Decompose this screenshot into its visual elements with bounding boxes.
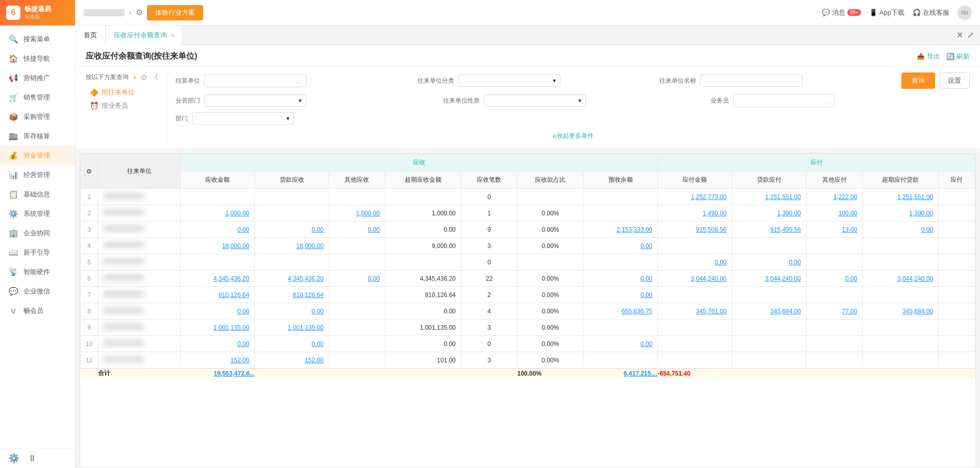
filter-section-4: 分管部门 ▾: [176, 94, 435, 107]
collapse-more-btn[interactable]: ∧ 收起更多条件: [176, 130, 970, 142]
online-service-btn[interactable]: 🎧 在线客服: [913, 8, 949, 17]
filter-option-by-staff[interactable]: ⏰ 按业务员: [86, 99, 159, 112]
sidebar-item-sales[interactable]: 🛒 销售管理: [0, 88, 75, 107]
sidebar-item-enterprise[interactable]: 🏢 企业协同: [0, 224, 75, 243]
user-avatar[interactable]: Rit: [958, 6, 972, 20]
filter-select-dept[interactable]: ▾: [204, 94, 306, 107]
filter-by-staff-icon: ⏰: [90, 102, 99, 110]
sidebar-label-finance: 资金管理: [23, 151, 50, 160]
filter-section-6: 业务员 ...: [710, 94, 970, 107]
partner-name: [98, 287, 180, 303]
refresh-btn[interactable]: 🔄 刷新: [946, 52, 970, 61]
sidebar-label-sales: 销售管理: [23, 93, 50, 102]
filter-label-category: 往来单位分类: [418, 77, 454, 85]
filter-input-salesperson[interactable]: ...: [733, 94, 835, 107]
table-row: 7810,126.64810,126.64810,126.6420.00%0.0…: [81, 287, 975, 303]
main-content: 应收应付余额查询(按往来单位) 📤 导出 🔄 刷新 按以下方案查询 + ⊙ 《: [76, 45, 980, 468]
tab-balance-query[interactable]: 应收应付余额查询 ×: [106, 26, 183, 45]
content-header: 应收应付余额查询(按往来单位) 📤 导出 🔄 刷新: [76, 45, 980, 66]
app-download-btn[interactable]: 📱 App下载: [869, 8, 904, 17]
partner-name: [98, 238, 180, 254]
window-close-btn[interactable]: ✕: [957, 30, 963, 40]
left-filter-panel: 按以下方案查询 + ⊙ 《 🔶 按往来单位 ⏰ 按业务员: [86, 72, 167, 142]
message-btn[interactable]: 💬 消息 99+: [822, 8, 861, 17]
settings-btn[interactable]: 设置: [939, 72, 970, 89]
wechat-icon: 💬: [8, 287, 18, 296]
sidebar-item-quick[interactable]: 🏠 快捷导航: [0, 49, 75, 68]
footer-ar-amount[interactable]: 19,553,472,6...: [180, 368, 255, 378]
app-logo: 6 畅捷通易 标准版: [0, 0, 75, 26]
sidebar-item-operations[interactable]: 📊 经营管理: [0, 165, 75, 185]
partner-name: [98, 270, 180, 287]
row-number: 8: [81, 303, 98, 319]
window-expand-btn[interactable]: ⤢: [967, 30, 974, 40]
query-btn[interactable]: 查询: [901, 72, 935, 89]
footer-ap-tail: [938, 368, 975, 378]
filter-label-dept2: 部门: [176, 114, 188, 123]
row-number: 7: [81, 287, 98, 303]
sidebar-item-hardware[interactable]: 📡 智能硬件: [0, 262, 75, 282]
sidebar-item-finance[interactable]: 💰 资金管理: [0, 146, 75, 165]
sidebar-item-search[interactable]: 🔍 搜索菜单: [0, 30, 75, 49]
row-number: 4: [81, 238, 98, 254]
sidebar-item-system[interactable]: ⚙️ 系统管理: [0, 204, 75, 224]
sidebar-collapse-icon[interactable]: ⏸: [28, 453, 37, 464]
sidebar-label-inventory: 库存核算: [23, 132, 50, 141]
sidebar-item-purchase[interactable]: 📦 采购管理: [0, 107, 75, 127]
table-col-settings[interactable]: ⚙: [81, 154, 98, 189]
filter-by-unit-icon: 🔶: [90, 88, 99, 96]
sidebar-label-system: 系统管理: [23, 209, 50, 218]
action-btns: 查询 设置: [901, 72, 970, 89]
message-badge: 99+: [847, 9, 861, 16]
footer-ap-loan: [732, 368, 806, 378]
row-number: 1: [81, 189, 98, 205]
partner-name: [98, 319, 180, 336]
filter-collapse-icon[interactable]: 《: [151, 72, 158, 82]
sidebar-item-marketing[interactable]: 📢 营销推广: [0, 68, 75, 88]
filter-section-1: 结算单位 ...: [176, 74, 409, 87]
filter-select-dept2[interactable]: ▾: [192, 112, 294, 125]
table-col-ap-loan: 贷款应付: [732, 171, 806, 189]
refresh-label: 刷新: [957, 52, 970, 61]
table-row: 100.000.000.0000.00%0.00: [81, 336, 975, 352]
sidebar-label-operations: 经营管理: [23, 170, 50, 180]
sidebar: 6 畅捷通易 标准版 🔍 搜索菜单 🏠 快捷导航 📢 营销推广 🛒 销售管理 📦…: [0, 0, 76, 468]
table-col-partner: 往来单位: [98, 154, 180, 189]
table-col-ar-ratio: 应收款占比: [518, 171, 583, 189]
footer-label: 合计: [98, 368, 180, 378]
table-col-ar-other: 其他应收: [329, 171, 385, 189]
sidebar-menu: 🔍 搜索菜单 🏠 快捷导航 📢 营销推广 🛒 销售管理 📦 采购管理 🏬 库存核…: [0, 26, 75, 448]
sales-icon: 🛒: [8, 93, 18, 102]
filter-settings-icon[interactable]: ⊙: [141, 73, 147, 81]
sidebar-label-basic: 基础信息: [23, 190, 50, 199]
tab-close-btn[interactable]: ×: [171, 32, 174, 38]
service-icon: 🎧: [913, 9, 921, 16]
export-btn[interactable]: 📤 导出: [917, 52, 940, 61]
sidebar-label-member: 畅会员: [23, 306, 43, 315]
footer-ar-prepay[interactable]: 6,417,215....: [583, 368, 658, 378]
breadcrumb-item-1[interactable]: [84, 9, 125, 16]
filter-add-btn[interactable]: +: [133, 73, 137, 81]
sidebar-label-quick: 快捷导航: [23, 54, 50, 63]
sidebar-item-inventory[interactable]: 🏬 库存核算: [0, 127, 75, 146]
filter-section-7: 部门 ▾: [176, 112, 970, 125]
sidebar-label-purchase: 采购管理: [23, 112, 50, 121]
sidebar-item-basic[interactable]: 📋 基础信息: [0, 185, 75, 204]
search-icon: 🔍: [8, 35, 18, 44]
filter-input-settlement[interactable]: ...: [204, 74, 306, 87]
sidebar-item-wechat[interactable]: 💬 企业微信: [0, 282, 75, 301]
filter-input-name[interactable]: [700, 75, 802, 87]
sidebar-item-guide[interactable]: 📖 新手引导: [0, 243, 75, 262]
solution-btn[interactable]: 体验行业方案: [147, 5, 203, 20]
filter-select-category[interactable]: ▾: [458, 75, 560, 87]
tab-home[interactable]: 首页: [76, 26, 106, 45]
table-row: 101,252,773.001,251,551.001,222.001,251,…: [81, 189, 975, 205]
header-gear-btn[interactable]: ⚙: [136, 8, 143, 17]
filter-option-by-unit[interactable]: 🔶 按往来单位: [86, 86, 159, 99]
sidebar-item-member[interactable]: V 畅会员: [0, 301, 75, 321]
filter-select-nature[interactable]: ▾: [484, 94, 586, 107]
sidebar-settings-icon[interactable]: ⚙️: [8, 453, 19, 464]
finance-icon: 💰: [8, 151, 18, 160]
table-row: 21,000.001,000.001,000.0010.00%1,490.001…: [81, 205, 975, 221]
row-number: 2: [81, 205, 98, 221]
